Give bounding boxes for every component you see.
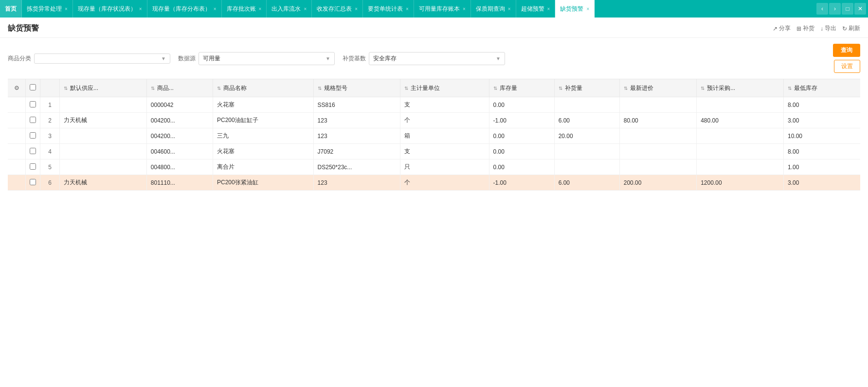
- cell-minstock-5: 3.00: [783, 175, 860, 191]
- cell-settings-5: [8, 175, 26, 191]
- cell-check-0: [26, 97, 40, 113]
- close-tab-order-stats[interactable]: ×: [406, 6, 409, 12]
- cell-unit-5: 个: [400, 175, 489, 191]
- close-tab-overstock[interactable]: ×: [547, 6, 550, 12]
- tab-picking-exception[interactable]: 拣货异常处理 ×: [22, 0, 73, 18]
- close-tab-inout-flow[interactable]: ×: [304, 6, 307, 12]
- th-stock-qty: ⇅ 库存量: [489, 79, 554, 97]
- th-check: [26, 79, 40, 97]
- close-tab-inventory-distribution[interactable]: ×: [214, 6, 217, 12]
- close-tab-stockout[interactable]: ×: [586, 6, 589, 12]
- tab-order-stats[interactable]: 要货单统计表 ×: [363, 0, 414, 18]
- top-nav: 首页 拣货异常处理 × 现存量（库存状况表） × 现存量（库存分布表） × 库存…: [0, 0, 868, 18]
- tab-collect-summary[interactable]: 收发存汇总表 ×: [312, 0, 363, 18]
- table-row: 2 力天机械 004200... PC200油缸缸子 123 个 -1.00 6…: [8, 113, 860, 128]
- cell-spec-2: 123: [313, 128, 400, 144]
- tab-home[interactable]: 首页: [0, 0, 22, 18]
- refresh-button[interactable]: ↻ 刷新: [842, 24, 860, 33]
- close-tab-picking-exception[interactable]: ×: [65, 6, 68, 12]
- nav-restore-button[interactable]: □: [842, 3, 853, 15]
- tab-inventory-status[interactable]: 现存量（库存状况表） ×: [73, 0, 147, 18]
- tab-available-ledger[interactable]: 可用量库存账本 ×: [414, 0, 471, 18]
- tab-inventory-distribution[interactable]: 现存量（库存分布表） ×: [147, 0, 222, 18]
- row-checkbox-5[interactable]: [30, 179, 36, 185]
- cell-est-3: [697, 144, 784, 159]
- nav-close-button[interactable]: ✕: [854, 3, 866, 15]
- restock-button[interactable]: ⊞ 补货: [796, 24, 814, 33]
- cell-est-0: [697, 97, 784, 113]
- th-default-supplier: ⇅ 默认供应...: [60, 79, 147, 97]
- cell-settings-1: [8, 113, 26, 128]
- cell-price-4: [619, 159, 696, 175]
- th-product-name: ⇅ 商品名称: [213, 79, 314, 97]
- cell-spec-0: SS816: [313, 97, 400, 113]
- cell-stock-4: 0.00: [489, 159, 554, 175]
- cell-num-3: 4: [40, 144, 60, 159]
- cell-unit-2: 箱: [400, 128, 489, 144]
- cell-check-1: [26, 113, 40, 128]
- nav-next-button[interactable]: ›: [829, 3, 841, 15]
- tab-stockout[interactable]: 缺货预警 ×: [555, 0, 595, 18]
- column-settings-icon[interactable]: ⚙: [12, 83, 21, 93]
- category-arrow-icon: ▼: [161, 56, 166, 61]
- tab-overstock[interactable]: 超储预警 ×: [516, 0, 556, 18]
- close-tab-available-ledger[interactable]: ×: [463, 6, 466, 12]
- select-all-checkbox[interactable]: [30, 84, 36, 90]
- cell-code-1: 004200...: [146, 113, 213, 128]
- cell-spec-1: 123: [313, 113, 400, 128]
- export-button[interactable]: ↓ 导出: [820, 24, 836, 33]
- cell-restock-4: [554, 159, 619, 175]
- th-settings: ⚙: [8, 79, 26, 97]
- cell-restock-2: 20.00: [554, 128, 619, 144]
- cell-name-0: 火花塞: [213, 97, 314, 113]
- category-label: 商品分类: [8, 54, 31, 63]
- cell-name-5: PC200张紧油缸: [213, 175, 314, 191]
- nav-prev-button[interactable]: ‹: [816, 3, 828, 15]
- row-checkbox-4[interactable]: [30, 163, 36, 170]
- page-header: 缺货预警 ↗ 分享 ⊞ 补货 ↓ 导出 ↻ 刷新: [0, 18, 868, 38]
- tab-shelf-life[interactable]: 保质期查询 ×: [471, 0, 516, 18]
- sort-min-icon: ⇅: [788, 86, 792, 91]
- row-checkbox-3[interactable]: [30, 148, 36, 154]
- th-latest-price: ⇅ 最新进价: [619, 79, 696, 97]
- cell-supplier-0: [60, 97, 147, 113]
- nav-controls: ‹ › □ ✕: [816, 3, 868, 15]
- close-tab-batch-account[interactable]: ×: [259, 6, 262, 12]
- cell-price-3: [619, 144, 696, 159]
- th-spec: ⇅ 规格型号: [313, 79, 400, 97]
- row-checkbox-1[interactable]: [30, 117, 36, 123]
- cell-price-5: 200.00: [619, 175, 696, 191]
- cell-est-1: 480.00: [697, 113, 784, 128]
- restock-basis-arrow-icon: ▼: [496, 56, 501, 61]
- restock-basis-select[interactable]: 安全库存 ▼: [369, 52, 505, 65]
- close-tab-collect-summary[interactable]: ×: [355, 6, 358, 12]
- cell-est-5: 1200.00: [697, 175, 784, 191]
- share-button[interactable]: ↗ 分享: [773, 24, 791, 33]
- sort-stock-icon: ⇅: [493, 86, 497, 91]
- row-checkbox-0[interactable]: [30, 101, 36, 107]
- settings-button[interactable]: 设置: [834, 60, 860, 73]
- cell-num-1: 2: [40, 113, 60, 128]
- tab-inout-flow[interactable]: 出入库流水 ×: [267, 0, 312, 18]
- row-checkbox-2[interactable]: [30, 132, 36, 139]
- close-tab-inventory-status[interactable]: ×: [139, 6, 142, 12]
- cell-stock-2: 0.00: [489, 128, 554, 144]
- query-button[interactable]: 查询: [833, 44, 860, 57]
- cell-price-2: [619, 128, 696, 144]
- datasource-value: 可用量: [203, 54, 220, 63]
- cell-settings-4: [8, 159, 26, 175]
- sort-unit-icon: ⇅: [404, 86, 408, 91]
- cell-spec-4: DS250*23c...: [313, 159, 400, 175]
- datasource-select[interactable]: 可用量 ▼: [199, 52, 335, 65]
- table-body: 1 0000042 火花塞 SS816 支 0.00 8.00 2 力天机械 0…: [8, 97, 860, 191]
- tab-batch-account[interactable]: 库存批次账 ×: [222, 0, 267, 18]
- sort-name-icon: ⇅: [217, 86, 221, 91]
- close-tab-shelf-life[interactable]: ×: [508, 6, 511, 12]
- cell-supplier-1: 力天机械: [60, 113, 147, 128]
- filter-area: 商品分类 ▼ 数据源 可用量 ▼ 补货基数 安全库存 ▼ 查询 设置: [0, 38, 868, 79]
- cell-num-0: 1: [40, 97, 60, 113]
- cell-restock-5: 6.00: [554, 175, 619, 191]
- cell-unit-0: 支: [400, 97, 489, 113]
- cell-est-2: [697, 128, 784, 144]
- category-select[interactable]: ▼: [34, 53, 170, 64]
